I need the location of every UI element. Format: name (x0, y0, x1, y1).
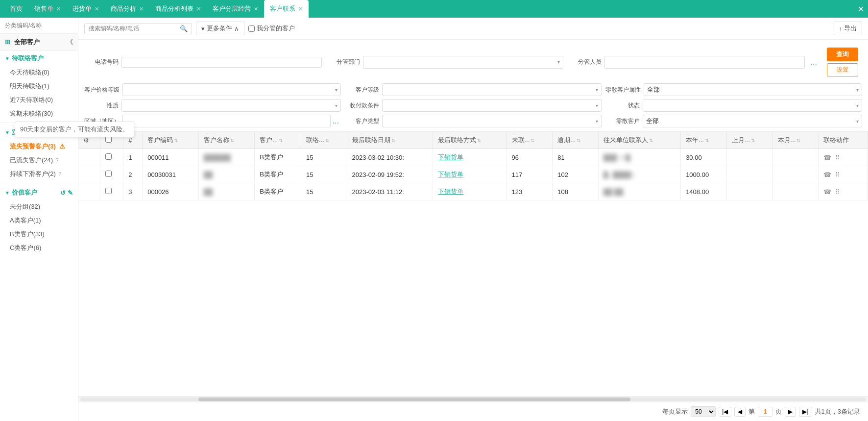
th-this-year[interactable]: 本年...⇅ (681, 132, 727, 149)
tab-customer-contact[interactable]: 客户联系 ✕ (264, 0, 309, 18)
tab-product-analysis-list[interactable]: 商品分析列表 ✕ (149, 0, 207, 18)
chevron-down-icon: ∧ (234, 25, 239, 32)
page-number-input[interactable] (758, 407, 772, 417)
th-this-month[interactable]: 本月...⇅ (772, 132, 819, 149)
sidebar-item-overdue[interactable]: 逾期未联络(30) (0, 107, 78, 121)
more-icon[interactable]: ⠿ (835, 154, 840, 161)
td-no: 2 (123, 166, 143, 183)
more-conditions-btn[interactable]: ▾ 更多条件 ∧ (196, 22, 244, 35)
more-icon[interactable]: ⠿ (835, 188, 840, 196)
close-icon[interactable]: ✕ (139, 6, 144, 12)
sidebar-item-7days[interactable]: 近7天待联络(0) (0, 93, 78, 107)
filter-zero-attr: 零散客户属性 全部 ▾ (605, 83, 862, 96)
sidebar-item-declining[interactable]: 持续下滑客户(2) ? (0, 167, 78, 181)
horizontal-scrollbar[interactable] (78, 396, 868, 402)
my-customers-checkbox-label[interactable]: 我分管的客户 (248, 24, 295, 33)
tab-sales[interactable]: 销售单 ✕ (28, 0, 67, 18)
td-this-month (772, 149, 819, 166)
toolbar-search-icon[interactable]: 🔍 (180, 25, 188, 32)
first-page-btn[interactable]: |◀ (719, 407, 731, 417)
contact-icon[interactable]: ☎ (823, 154, 831, 161)
th-type[interactable]: 客户...⇅ (255, 132, 301, 149)
th-last-date[interactable]: 最后联络日期⇅ (347, 132, 433, 149)
filter-person-select[interactable] (604, 56, 805, 69)
td-last-way[interactable]: 下销货单 (433, 166, 506, 183)
export-btn[interactable]: ↑ 导出 (834, 22, 863, 35)
filter-region-select[interactable] (122, 115, 331, 127)
th-no-contact[interactable]: 未联...⇅ (506, 132, 553, 149)
th-code[interactable]: 客户编码⇅ (143, 132, 199, 149)
filter-customer-grade-select[interactable]: ▾ (382, 83, 602, 96)
row-checkbox[interactable] (105, 171, 112, 177)
window-close-button[interactable]: ✕ (858, 4, 864, 14)
toolbar-search-input[interactable] (89, 25, 180, 32)
filter-payment-select[interactable]: ▾ (382, 99, 602, 112)
td-last-way[interactable]: 下销货单 (433, 183, 506, 200)
td-unit-contact: ███ 10█. (598, 149, 680, 166)
td-last-way[interactable]: 下销货单 (433, 149, 506, 166)
close-icon[interactable]: ✕ (95, 6, 99, 12)
sidebar-item-class-a[interactable]: A类客户(1) (0, 214, 78, 227)
filter-phone-input[interactable] (121, 57, 322, 68)
filter-gender-select[interactable]: ▾ (121, 99, 341, 112)
filter-zero-customer-select[interactable]: 全部 ▾ (643, 115, 862, 127)
close-icon[interactable]: ✕ (298, 6, 303, 12)
filter-status-select[interactable]: ▾ (643, 99, 862, 112)
tab-home[interactable]: 首页 (4, 0, 28, 18)
sidebar-group-value-title[interactable]: ▼ 价值客户 ↺ ✎ (0, 185, 78, 200)
filter-zero-attr-select[interactable]: 全部 ▾ (644, 83, 862, 96)
edit-icon[interactable]: ✎ (68, 189, 73, 197)
row-checkbox[interactable] (105, 188, 112, 194)
td-overdue: 102 (553, 166, 599, 183)
sidebar-item-today[interactable]: 今天待联络(0) (0, 66, 78, 79)
filter-dots-region[interactable]: ... (331, 117, 341, 125)
query-button[interactable]: 查询 (827, 48, 858, 61)
tab-customer-layer[interactable]: 客户分层经营 ✕ (207, 0, 264, 18)
sidebar-search-box: 🔍 (0, 18, 78, 34)
sidebar-group-pending-title[interactable]: ▼ 待联络客户 (0, 51, 78, 66)
contact-icon[interactable]: ☎ (823, 171, 831, 178)
th-overdue[interactable]: 逾期...⇅ (553, 132, 599, 149)
setting-button[interactable]: 设置 (827, 63, 858, 76)
last-way-link[interactable]: 下销货单 (438, 153, 463, 161)
per-page-select[interactable]: 50 100 (691, 406, 716, 417)
my-customers-checkbox[interactable] (248, 25, 255, 32)
filter-price-grade-select[interactable]: ▾ (122, 83, 341, 96)
close-icon[interactable]: ✕ (254, 6, 258, 12)
sidebar-item-churned[interactable]: 已流失客户(24) ? (0, 153, 78, 167)
refresh-icon[interactable]: ↺ (60, 189, 66, 197)
chevron-down-icon-type: ▾ (596, 119, 598, 124)
last-page-btn[interactable]: ▶| (799, 407, 812, 417)
sidebar-item-churn-warning[interactable]: 流失预警客户(3) ⚠ (0, 140, 78, 153)
sidebar-item-class-c[interactable]: C类客户(6) (0, 241, 78, 255)
tab-product-analysis[interactable]: 商品分析 ✕ (105, 0, 149, 18)
th-last-way[interactable]: 最后联络方式⇅ (433, 132, 506, 149)
sidebar-item-tomorrow[interactable]: 明天待联络(1) (0, 79, 78, 93)
sidebar-collapse-icon[interactable]: 《 (67, 38, 73, 47)
th-contact[interactable]: 联络...⇅ (301, 132, 347, 149)
scrollbar-thumb[interactable] (198, 397, 630, 401)
tab-purchase[interactable]: 进货单 ✕ (67, 0, 105, 18)
filter-dots-1[interactable]: ... (809, 58, 819, 67)
filter-icon: ▾ (201, 25, 205, 32)
sidebar-item-ungroup[interactable]: 未分组(32) (0, 200, 78, 214)
last-way-link[interactable]: 下销货单 (438, 171, 463, 178)
close-icon[interactable]: ✕ (56, 6, 61, 12)
last-way-link[interactable]: 下销货单 (438, 188, 463, 195)
sidebar-all-customers[interactable]: ⊞ 全部客户 《 (0, 34, 78, 51)
contact-icon[interactable]: ☎ (823, 188, 831, 196)
th-last-month[interactable]: 上月...⇅ (726, 132, 772, 149)
filter-customer-type-select[interactable]: ▾ (382, 115, 602, 127)
prev-page-btn[interactable]: ◀ (734, 407, 746, 417)
table-row: 1 000011 ██████ B类客户 15 2023-03-02 10:30… (78, 149, 868, 166)
sidebar-search-input[interactable] (5, 22, 78, 29)
th-unit-contact[interactable]: 往来单位联系人⇅ (598, 132, 680, 149)
row-checkbox[interactable] (105, 153, 112, 160)
more-icon[interactable]: ⠿ (835, 171, 840, 178)
th-name[interactable]: 客户名称⇅ (198, 132, 255, 149)
close-icon[interactable]: ✕ (196, 6, 201, 12)
filter-department-select[interactable]: ▾ (363, 56, 563, 69)
sort-icon-overdue: ⇅ (577, 138, 580, 143)
next-page-btn[interactable]: ▶ (785, 407, 796, 417)
sidebar-item-class-b[interactable]: B类客户(33) (0, 227, 78, 241)
